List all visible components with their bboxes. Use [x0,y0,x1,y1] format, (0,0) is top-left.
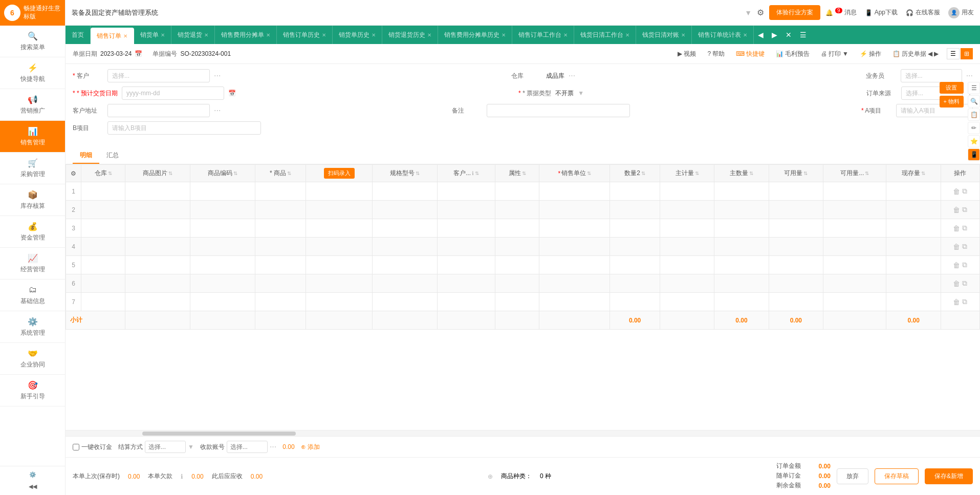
cell-main-unit[interactable] [660,219,714,238]
delete-icon[interactable]: 🗑 [953,206,960,214]
right-btn-2[interactable]: 🔍 [968,95,980,107]
cell-customer-code[interactable] [438,256,495,274]
tab-sales-order-history[interactable]: 销售订单历史 ✕ [277,26,333,44]
sidebar-item-operation[interactable]: 📈 经营管理 [0,248,65,279]
print-btn[interactable]: 🖨 打印 ▼ [818,49,852,59]
calendar-icon[interactable]: 📅 [135,50,142,57]
cell-qty2[interactable] [610,256,660,274]
tab-cash-workbench[interactable]: 钱货日清工作台 ✕ [574,26,636,44]
cell-available[interactable] [769,201,823,219]
copy-icon[interactable]: ⧉ [962,242,967,251]
salesperson-input[interactable] [901,69,962,82]
copy-icon[interactable]: ⧉ [962,205,967,214]
customer-address-input[interactable] [107,104,210,117]
cell-main-qty[interactable] [714,274,769,293]
tab-nav-next[interactable]: ▶ [768,31,781,39]
cell-spec[interactable] [373,238,438,256]
cell-spec[interactable] [373,182,438,201]
history-btn[interactable]: 📋 历史单据 ◀ ▶ [889,49,942,59]
scroll-bar[interactable] [66,430,980,436]
cell-attribute[interactable] [495,238,539,256]
bank-account-input[interactable] [227,441,268,453]
cell-sales-unit[interactable] [539,238,610,256]
sidebar-item-enterprise[interactable]: 🤝 企业协同 [0,343,65,375]
cell-product-code[interactable] [190,256,255,274]
cell-available2[interactable] [823,293,886,311]
bank-dots[interactable]: ··· [270,442,276,451]
right-btn-4[interactable]: ✏ [968,122,980,134]
tab-close-icon[interactable]: ✕ [502,32,506,38]
remarks-input[interactable] [487,104,630,117]
cell-current-stock[interactable] [886,182,941,201]
sidebar-item-system[interactable]: ⚙️ 系统管理 [0,311,65,343]
cell-qty2[interactable] [610,293,660,311]
discard-button[interactable]: 放弃 [837,468,868,484]
tab-nav-close[interactable]: ✕ [781,31,796,39]
cell-qty2[interactable] [610,201,660,219]
shortcut-btn[interactable]: ⌨ 快捷键 [733,49,768,59]
help-btn[interactable]: ? 帮助 [704,49,728,59]
settings-icon[interactable]: ⚙ [757,8,764,17]
tab-close-icon[interactable]: ✕ [625,32,629,38]
cell-main-unit[interactable] [660,201,714,219]
tab-nav-prev[interactable]: ◀ [754,31,768,39]
customer-dots[interactable]: ··· [214,71,221,80]
online-service-button[interactable]: 🎧 在线客服 [906,8,940,17]
copy-icon[interactable]: ⧉ [962,297,967,306]
tab-close-icon[interactable]: ✕ [427,32,431,38]
scroll-thumb[interactable] [142,432,296,436]
print-dropdown-icon[interactable]: ▼ [842,50,848,57]
cell-main-qty[interactable] [714,219,769,238]
cell-current-stock[interactable] [886,293,941,311]
cell-sales-unit[interactable] [539,293,610,311]
cell-attribute[interactable] [495,201,539,219]
tab-close-icon[interactable]: ✕ [266,32,270,38]
cell-available2[interactable] [823,201,886,219]
cell-current-stock[interactable] [886,256,941,274]
cell-main-unit[interactable] [660,256,714,274]
cell-warehouse[interactable] [81,274,125,293]
profit-btn[interactable]: 📊 毛利预告 [773,49,813,59]
copy-icon[interactable]: ⧉ [962,187,967,196]
cell-warehouse[interactable] [81,201,125,219]
salesperson-dots[interactable]: ··· [966,71,973,80]
tab-sales-expense-history[interactable]: 销售费用分摊单历史 ✕ [438,26,512,44]
tab-sales-delivery[interactable]: 销货单 ✕ [134,26,171,44]
cell-customer-code[interactable] [438,238,495,256]
cell-main-qty[interactable] [714,201,769,219]
cell-available2[interactable] [823,274,886,293]
save-draft-button[interactable]: 保存草稿 [875,468,919,484]
cell-current-stock[interactable] [886,274,941,293]
add-button[interactable]: ⊕ 添加 [301,443,320,451]
tab-sales-workbench[interactable]: 销售订单工作台 ✕ [512,26,574,44]
cell-attribute[interactable] [495,182,539,201]
tab-sales-expense[interactable]: 销售费用分摊单 ✕ [215,26,277,44]
cell-current-stock[interactable] [886,219,941,238]
dropdown-arrow-icon[interactable]: ▼ [745,9,752,17]
cell-sales-unit[interactable] [539,256,610,274]
tab-sales-return[interactable]: 销货退货 ✕ [171,26,215,44]
app-download-button[interactable]: 📱 App下载 [865,8,898,17]
cell-main-unit[interactable] [660,274,714,293]
cell-available2[interactable] [823,238,886,256]
cell-warehouse[interactable] [81,293,125,311]
settings-float-btn[interactable]: 设置 [940,82,964,94]
cell-product-code[interactable] [190,219,255,238]
trial-button[interactable]: 体验行业方案 [769,5,820,20]
delete-icon[interactable]: 🗑 [953,243,960,251]
tab-nav-menu[interactable]: ☰ [796,31,811,39]
delete-icon[interactable]: 🗑 [953,187,960,196]
cell-available[interactable] [769,256,823,274]
cell-spec[interactable] [373,219,438,238]
delete-icon[interactable]: 🗑 [953,279,960,288]
right-btn-5[interactable]: ⭐ [968,135,980,147]
tab-sales-order[interactable]: 销售订单 ✕ [91,28,134,44]
cell-attribute[interactable] [495,219,539,238]
cell-main-qty[interactable] [714,293,769,311]
delete-icon[interactable]: 🗑 [953,261,960,269]
b-project-input[interactable] [107,121,261,135]
cell-sales-unit[interactable] [539,201,610,219]
user-button[interactable]: 👤 用友 [948,7,974,18]
tab-close-icon[interactable]: ✕ [681,32,685,38]
invoice-dropdown-icon[interactable]: ▼ [578,90,584,97]
